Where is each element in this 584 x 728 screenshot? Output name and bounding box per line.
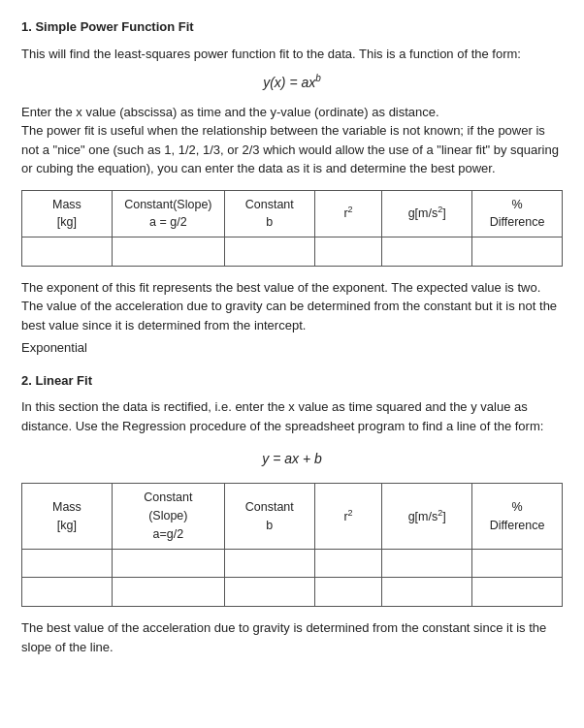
section1-intro: This will find the least-squares power f… xyxy=(21,45,563,64)
section1-after-table: The exponent of this fit represents the … xyxy=(21,278,563,335)
table1-r1-const xyxy=(224,237,314,267)
table2-col-constant: Constantb xyxy=(224,484,314,549)
table2-col-constant-slope: Constant(Slope)a=g/2 xyxy=(112,484,224,549)
table2-r2-g xyxy=(382,578,472,607)
table2-r1-r2 xyxy=(314,549,382,578)
table2-r1-pct xyxy=(472,549,563,578)
formula2-text: y = ax + b xyxy=(262,451,321,466)
table2-r1-mass xyxy=(22,549,113,578)
table2: Mass[kg] Constant(Slope)a=g/2 Constantb … xyxy=(21,483,563,607)
table2-r2-r2 xyxy=(314,578,382,607)
table1-r1-mass xyxy=(22,237,113,267)
table2-r2-const xyxy=(224,578,314,607)
table2-col-r2: r2 xyxy=(314,484,382,549)
table2-data-row2 xyxy=(22,578,563,607)
formula1-exp: b xyxy=(315,73,321,83)
table2-r2-pct xyxy=(472,578,563,607)
section2-intro: In this section the data is rectified, i… xyxy=(21,397,563,435)
table1-col-constant-slope: Constant(Slope)a = g/2 xyxy=(112,190,224,237)
table1-col-pct-diff: %Difference xyxy=(472,190,563,237)
section2-after-table: The best value of the acceleration due t… xyxy=(21,618,563,656)
table1-r1-r2 xyxy=(314,237,382,267)
table2-r2-const-slope xyxy=(112,578,224,607)
formula1-display: y(x) = axb xyxy=(21,71,563,93)
table2-r1-g xyxy=(382,549,472,578)
table1-col-g: g[m/s2] xyxy=(382,190,472,237)
table1-r1-pct xyxy=(472,237,563,267)
table2-col-pct-diff: %Difference xyxy=(472,484,563,549)
table2-data-row1 xyxy=(22,549,563,578)
table1-r1-g xyxy=(382,237,472,267)
table2-r1-const-slope xyxy=(112,549,224,578)
table2-r2-mass xyxy=(22,578,113,607)
table1-col-mass: Mass[kg] xyxy=(22,190,113,237)
table2-r1-const xyxy=(224,549,314,578)
table1-col-r2: r2 xyxy=(314,190,382,237)
table1: Mass[kg] Constant(Slope)a = g/2 Constant… xyxy=(21,190,563,267)
section2-title: 2. Linear Fit xyxy=(21,371,563,391)
table1-data-row1 xyxy=(22,237,563,267)
table1-r1-const-slope xyxy=(112,237,224,267)
table2-col-g: g[m/s2] xyxy=(382,484,472,549)
section1-body: Enter the x value (abscissa) as time and… xyxy=(21,103,563,178)
table1-header-row: Mass[kg] Constant(Slope)a = g/2 Constant… xyxy=(22,190,563,237)
formula1-text: y(x) = axb xyxy=(263,75,321,90)
exponential-label: Exponential xyxy=(21,338,563,358)
formula2-display: y = ax + b xyxy=(21,449,563,469)
table1-col-constant: Constantb xyxy=(224,190,314,237)
table2-col-mass: Mass[kg] xyxy=(22,484,113,549)
section1-title: 1. Simple Power Function Fit xyxy=(21,17,563,37)
table2-header-row: Mass[kg] Constant(Slope)a=g/2 Constantb … xyxy=(22,484,563,549)
